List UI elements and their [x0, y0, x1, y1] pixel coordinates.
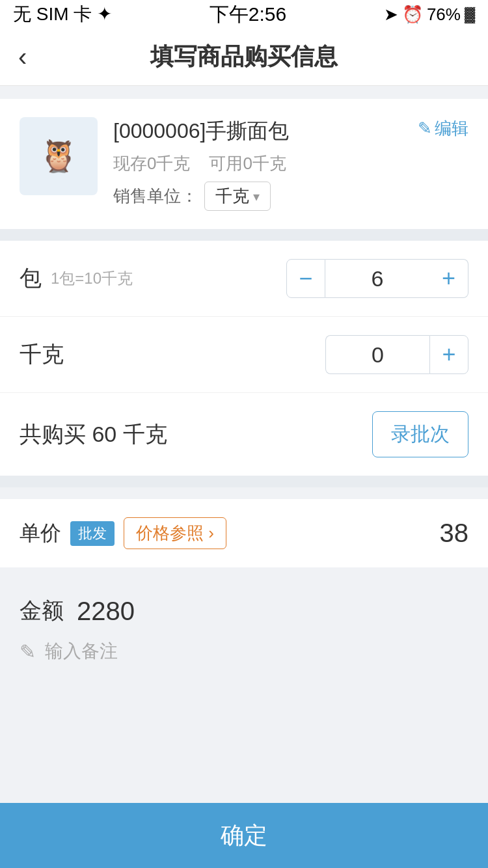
note-row: ✎ 输入备注: [20, 626, 468, 682]
edit-button[interactable]: ✎ 编辑: [418, 117, 468, 140]
divider-1: [0, 229, 488, 241]
amount-section: 金额 2280 ✎ 输入备注: [0, 567, 488, 682]
bao-input-row: 包 1包=10千克 − 6 +: [0, 241, 488, 317]
price-value: 38: [440, 519, 469, 548]
unit-value: 千克: [215, 185, 249, 208]
summary-text: 共购买 60 千克: [20, 420, 167, 450]
location-icon: ➤: [384, 5, 398, 25]
divider-2: [0, 476, 488, 487]
kg-label: 千克: [20, 340, 64, 370]
current-stock: 现存0千克: [113, 154, 190, 173]
amount-label: 金额: [20, 596, 64, 626]
chevron-down-icon: ▾: [253, 189, 260, 204]
kg-value[interactable]: 0: [325, 335, 429, 374]
signal-text: 无 SIM 卡 ✦: [13, 2, 112, 27]
product-thumbnail: 🦉: [20, 117, 98, 195]
bao-value[interactable]: 6: [325, 259, 429, 298]
batch-tag: 批发: [70, 521, 115, 546]
confirm-button[interactable]: 确定: [0, 803, 488, 868]
battery-text: 76%: [427, 5, 461, 25]
confirm-label: 确定: [221, 820, 267, 852]
product-logo: 🦉: [39, 138, 78, 174]
edit-label: 编辑: [435, 117, 468, 140]
note-placeholder[interactable]: 输入备注: [45, 639, 118, 664]
record-batch-button[interactable]: 录批次: [372, 411, 468, 457]
kg-label-group: 千克: [20, 340, 64, 370]
price-section: 单价 批发 价格参照 › 38: [0, 499, 488, 567]
price-row: 单价 批发 价格参照 › 38: [20, 517, 468, 549]
kg-input-row: 千克 0 +: [0, 317, 488, 393]
status-bar: 无 SIM 卡 ✦ 下午2:56 ➤ ⏰ 76% ▓: [0, 0, 488, 29]
kg-stepper: 0 +: [325, 335, 468, 374]
edit-icon: ✎: [418, 118, 432, 139]
bao-stepper: − 6 +: [286, 259, 468, 298]
unit-selector[interactable]: 千克 ▾: [204, 182, 271, 211]
available-stock: 可用0千克: [209, 154, 286, 173]
bao-hint: 1包=10千克: [51, 268, 133, 289]
status-time: 下午2:56: [210, 1, 286, 28]
status-left: 无 SIM 卡 ✦: [13, 2, 112, 27]
bao-minus-button[interactable]: −: [286, 259, 325, 298]
product-info: [0000006]手撕面包 ✎ 编辑 现存0千克 可用0千克 销售单位： 千克 …: [113, 117, 468, 211]
bao-label: 包: [20, 264, 42, 293]
bao-label-group: 包 1包=10千克: [20, 264, 133, 293]
kg-plus-button[interactable]: +: [429, 335, 468, 374]
summary-row: 共购买 60 千克 录批次: [0, 393, 488, 476]
nav-bar: ‹ 填写商品购买信息: [0, 29, 488, 86]
page-title: 填写商品购买信息: [150, 41, 338, 73]
product-section: 🦉 [0000006]手撕面包 ✎ 编辑 现存0千克 可用0千克 销售单位： 千…: [0, 99, 488, 229]
price-ref-button[interactable]: 价格参照 ›: [124, 517, 226, 549]
price-label: 单价: [20, 519, 61, 548]
product-name: [0000006]手撕面包: [113, 117, 289, 146]
amount-row: 金额 2280: [20, 586, 468, 626]
battery-icon: ▓: [465, 6, 475, 23]
back-button[interactable]: ‹: [18, 42, 27, 72]
product-info-header: [0000006]手撕面包 ✎ 编辑: [113, 117, 468, 146]
status-right: ➤ ⏰ 76% ▓: [384, 5, 475, 25]
alarm-icon: ⏰: [402, 5, 423, 25]
bao-plus-button[interactable]: +: [429, 259, 468, 298]
price-label-group: 单价 批发 价格参照 ›: [20, 517, 226, 549]
amount-value: 2280: [77, 597, 135, 626]
product-stock: 现存0千克 可用0千克: [113, 152, 468, 175]
sales-unit-label: 销售单位：: [113, 185, 198, 208]
product-unit-row: 销售单位： 千克 ▾: [113, 182, 468, 211]
note-icon: ✎: [20, 640, 36, 663]
